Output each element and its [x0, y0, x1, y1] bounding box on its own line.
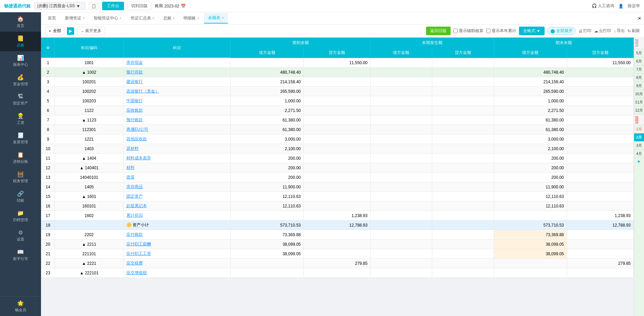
account-link[interactable]: 应付职工工资: [126, 251, 151, 256]
account-link[interactable]: 银行存款: [126, 70, 143, 74]
copy-button[interactable]: 📋: [89, 3, 99, 10]
row-account-name[interactable]: 中国银行: [123, 96, 231, 106]
account-link[interactable]: 壹蛋: [126, 175, 135, 179]
account-link[interactable]: 原材料: [126, 146, 139, 151]
expand-all-toggle[interactable]: ⬤ 全部展开: [547, 27, 576, 35]
account-link[interactable]: 其他应收款: [126, 137, 147, 141]
row-account-name[interactable]: 建设银行: [123, 77, 231, 87]
cal-year-2023-top[interactable]: 2023.: [634, 38, 644, 49]
sidebar-item-salary[interactable]: 👷 工资: [0, 109, 41, 129]
row-account-name[interactable]: 起提累记本: [123, 201, 231, 211]
row-account-name[interactable]: 材料: [123, 163, 231, 173]
aux-calc-input[interactable]: [453, 29, 458, 33]
sidebar-item-invoice[interactable]: 🧾 发票管理: [0, 129, 41, 148]
account-link[interactable]: 惠属EU公司: [126, 127, 149, 132]
cal-month-2[interactable]: 2月: [634, 133, 644, 142]
account-link[interactable]: 应付账款: [126, 232, 143, 237]
account-link[interactable]: 库存现金: [126, 60, 143, 65]
row-account-name[interactable]: 应交税费: [123, 259, 231, 268]
account-link[interactable]: 累计折旧: [126, 213, 143, 218]
ytd-checkbox[interactable]: 显示本年累计: [486, 28, 516, 34]
account-link[interactable]: 库存商品: [126, 184, 143, 189]
row-account-name[interactable]: 应收账款: [123, 106, 231, 115]
sidebar-item-ledger[interactable]: 📒 总账: [0, 32, 41, 51]
company-selector[interactable]: (勿删) 江西股金-LSS ▼: [34, 2, 85, 10]
account-link[interactable]: 应付职工薪酬: [126, 242, 151, 246]
tab-smart-voucher-close[interactable]: ×: [120, 16, 122, 20]
sidebar-item-guide[interactable]: 📖 新手引导: [0, 245, 41, 265]
tab-detail-ledger-close[interactable]: ×: [197, 16, 199, 20]
tab-general-ledger[interactable]: 总账 ×: [159, 13, 179, 23]
account-link[interactable]: 材料: [126, 165, 135, 170]
row-account-name[interactable]: 应交增值税: [123, 268, 231, 278]
row-account-name[interactable]: 库存商品: [123, 182, 231, 192]
account-link[interactable]: 应交税费: [126, 261, 143, 265]
cal-month-9[interactable]: 9月: [634, 82, 644, 90]
account-link[interactable]: 中国银行: [126, 98, 143, 103]
tab-new-voucher-close[interactable]: ×: [83, 16, 85, 20]
refresh-button[interactable]: ↻ 刷新: [628, 28, 640, 34]
row-account-name[interactable]: 农业银行（美金）: [123, 87, 231, 96]
row-account-name[interactable]: 壹蛋: [123, 173, 231, 182]
row-account-name[interactable]: 应付账款: [123, 230, 231, 240]
account-link[interactable]: 固定资产: [126, 194, 143, 199]
row-account-name[interactable]: 应付职工工资: [123, 249, 231, 259]
sidebar-item-archive[interactable]: 📁 归档管理: [0, 206, 41, 226]
sidebar-item-home[interactable]: 🏠 首页: [0, 12, 41, 32]
row-account-name[interactable]: 固定资产: [123, 192, 231, 201]
cal-expand-icon[interactable]: ▶: [634, 158, 644, 164]
ytd-input[interactable]: [486, 29, 491, 33]
account-link[interactable]: 应交增值税: [126, 270, 147, 275]
print-button[interactable]: 🖨 打印: [578, 28, 591, 34]
tab-general-ledger-close[interactable]: ×: [173, 16, 175, 20]
cal-month-11[interactable]: 11月: [634, 98, 644, 106]
cal-month-10[interactable]: 10月: [634, 90, 644, 98]
cal-month-5[interactable]: 5月: [634, 49, 644, 57]
export-button[interactable]: ↓ 导出: [614, 28, 625, 34]
sidebar-item-close[interactable]: 🔗 结账: [0, 187, 41, 206]
tab-home[interactable]: 首页: [44, 13, 60, 23]
account-link[interactable]: 预付账款: [126, 117, 143, 122]
cal-month-7[interactable]: 7月: [634, 66, 644, 74]
return-old-btn[interactable]: 返回旧版: [426, 27, 451, 35]
sidebar-item-sales[interactable]: 📋 进销台账: [0, 148, 41, 168]
cal-month-3[interactable]: 3月: [634, 142, 644, 150]
row-account-name[interactable]: 其他应收款: [123, 134, 231, 144]
account-link[interactable]: 农业银行（美金）: [126, 89, 159, 94]
row-account-name[interactable]: 应付职工薪酬: [123, 240, 231, 249]
cal-month-8[interactable]: 8月: [634, 74, 644, 82]
tab-detail-ledger[interactable]: 明细账 ×: [179, 13, 203, 23]
row-account-name[interactable]: 累计折旧: [123, 211, 231, 220]
row-account-name[interactable]: 预付账款: [123, 115, 231, 125]
period-calendar-icon[interactable]: 📅: [181, 4, 186, 9]
cal-month-6[interactable]: 6月: [634, 57, 644, 66]
tab-voucher-summary-close[interactable]: ×: [152, 16, 154, 20]
switch-version-button[interactable]: 切到旧版: [127, 2, 151, 10]
row-account-name[interactable]: 银行存款: [123, 68, 231, 77]
row-account-name[interactable]: 材料成本差异: [123, 154, 231, 163]
sidebar-item-funds[interactable]: 💰 资金管理: [0, 71, 41, 90]
row-account-name[interactable]: 原材料: [123, 144, 231, 154]
cal-month-4[interactable]: 4月: [634, 150, 644, 158]
filter-arrow-btn[interactable]: ▶: [67, 27, 74, 35]
row-account-name[interactable]: 惠属EU公司: [123, 125, 231, 134]
filter-all[interactable]: ⚬ 全部: [45, 27, 64, 35]
format-button[interactable]: 全账式 ▼: [519, 27, 545, 35]
sidebar-item-member[interactable]: 🌟 畅会员: [0, 297, 41, 316]
aux-calc-checkbox[interactable]: 显示辅助核算: [453, 28, 483, 34]
account-link[interactable]: 起提累记本: [126, 203, 147, 208]
cal-month-12[interactable]: 12月: [634, 106, 644, 115]
row-account-name[interactable]: 库存现金: [123, 58, 231, 68]
sidebar-item-settings[interactable]: ⚙ 设置: [0, 226, 41, 245]
sidebar-item-reports[interactable]: 📊 报表中心: [0, 51, 41, 71]
cal-year-2023-label[interactable]: 2023: [634, 115, 644, 125]
tab-new-voucher[interactable]: 新增凭证 ×: [61, 13, 89, 23]
cloud-print-button[interactable]: ☁ 云打印: [594, 28, 611, 34]
account-link[interactable]: 建设银行: [126, 79, 143, 84]
sidebar-item-tax[interactable]: 🧮 税务管理: [0, 168, 41, 187]
tab-balance-sheet[interactable]: 余额表 ×: [204, 13, 228, 24]
account-link[interactable]: 应收账款: [126, 108, 143, 113]
tab-close-all[interactable]: ✕: [638, 16, 641, 21]
expand-button[interactable]: ⌄ 展开更多: [77, 27, 105, 35]
th-setting[interactable]: ⚙: [41, 38, 55, 58]
